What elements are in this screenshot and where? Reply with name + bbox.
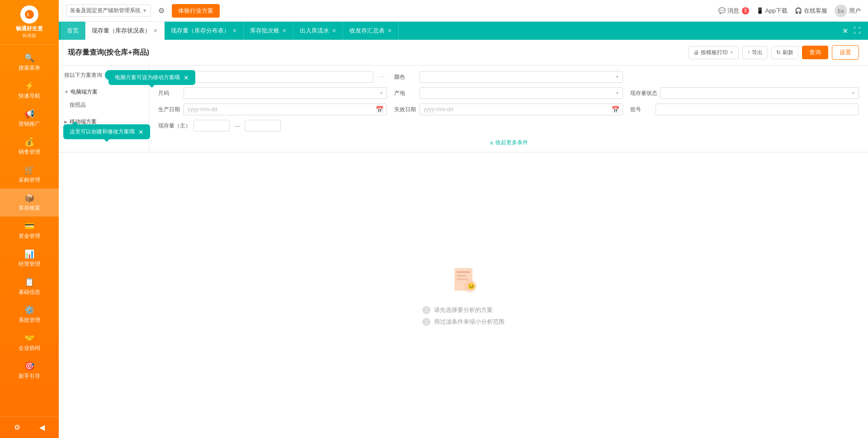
- message-btn[interactable]: 💬 消息 9: [718, 7, 749, 15]
- step-2-text: 用过滤条件来缩小分析范围: [434, 318, 505, 326]
- marketing-icon: 📢: [24, 109, 34, 119]
- sidebar-item-purchase[interactable]: 🛒 采购管理: [0, 160, 59, 188]
- sidebar-item-sales[interactable]: 💰 销售管理: [0, 132, 59, 160]
- scheme-group-pc-header[interactable]: ▼ 电脑端方案: [59, 85, 149, 99]
- sidebar-item-operation[interactable]: 📊 经营管理: [0, 245, 59, 273]
- sidebar-item-search[interactable]: 🔍 搜索菜单: [0, 48, 59, 76]
- stock-status-label: 现存量状态: [630, 89, 657, 97]
- content-actions: 🖨 按模板打印 ▼ ↑ 导出 ↻ 刷新 查询 设置: [689, 45, 859, 65]
- tab-inventory-status-label: 现存量（库存状况表）: [92, 27, 151, 35]
- topbar-left: 装备及固定资产辅助管理系统 ▼ ⚙ 体验行业方案: [66, 4, 220, 18]
- query-button[interactable]: 查询: [802, 46, 828, 59]
- prod-date-input[interactable]: [184, 104, 387, 115]
- tab-close-inventory-status[interactable]: ✕: [153, 28, 158, 34]
- svg-point-0: [25, 10, 34, 19]
- scheme-header-label: 按以下方案查询: [64, 71, 102, 79]
- chevron-down-print-icon: ▼: [730, 50, 734, 55]
- tab-close-inventory-dist[interactable]: ✕: [232, 28, 237, 34]
- svg-rect-5: [457, 278, 468, 280]
- origin-select[interactable]: [420, 87, 623, 99]
- online-support-btn[interactable]: 🎧 在线客服: [795, 7, 827, 15]
- batch-no-input[interactable]: [656, 104, 859, 115]
- quick-icon: ⚡: [24, 81, 34, 91]
- scheme-group-pc: ▼ 电脑端方案 按照品: [59, 84, 149, 113]
- sidebar-item-basic[interactable]: 📋 基础信息: [0, 273, 59, 301]
- stock-main-input[interactable]: [193, 120, 230, 132]
- refresh-icon: ↻: [776, 49, 781, 56]
- export-btn[interactable]: ↑ 导出: [742, 46, 768, 59]
- sidebar-label-guide: 新手引导: [19, 372, 40, 380]
- create-scheme-tooltip: 这里可以创建和修改方案哦 ✕: [63, 124, 150, 139]
- guide-icon: 🎯: [24, 361, 34, 371]
- phone-icon: 📱: [756, 7, 764, 14]
- settings-bottom-btn[interactable]: ⚙: [12, 421, 22, 433]
- logo-icon: 6: [20, 5, 38, 24]
- message-icon: 💬: [718, 7, 726, 14]
- export-icon: ↑: [747, 49, 750, 56]
- goods-dots-btn[interactable]: ···: [376, 73, 387, 81]
- tab-batch-account[interactable]: 库存批次账 ✕: [244, 22, 293, 40]
- tab-recv-summary[interactable]: 收发存汇总表 ✕: [343, 22, 399, 40]
- tabbar: 首页 现存量（库存状况表） ✕ 现存量（库存分布表） ✕ 库存批次账 ✕ 出入库…: [59, 22, 868, 40]
- operation-icon: 📊: [24, 249, 34, 259]
- filter-field-origin: 产地: [394, 87, 623, 99]
- sidebar-item-inventory[interactable]: 📦 库存核算: [0, 188, 59, 217]
- fullscreen-btn[interactable]: ⛶: [852, 25, 863, 37]
- goods-input[interactable]: [184, 71, 373, 83]
- sidebar-item-quick[interactable]: ⚡ 快速导航: [0, 76, 59, 104]
- sidebar-item-marketing[interactable]: 📢 营销推广: [0, 104, 59, 132]
- step-1-text: 请先选择要分析的方案: [434, 306, 493, 314]
- size-select[interactable]: [184, 87, 387, 99]
- page-title: 现存量查询(按仓库+商品): [68, 48, 149, 63]
- system-selector[interactable]: 装备及固定资产辅助管理系统 ▼: [66, 5, 151, 17]
- batch-no-label: 批号: [630, 106, 653, 113]
- create-tooltip-text: 这里可以创建和修改方案哦: [70, 128, 135, 136]
- tab-close-recv-summary[interactable]: ✕: [387, 28, 392, 34]
- settings-gear-btn[interactable]: ⚙: [155, 4, 168, 18]
- enterprise-icon: 🤝: [24, 333, 34, 343]
- stock-status-select[interactable]: [660, 87, 859, 99]
- tab-inventory-dist[interactable]: 现存量（库存分布表） ✕: [165, 22, 244, 40]
- collapse-more-btn[interactable]: ∧ 收起更多条件: [490, 139, 528, 146]
- close-all-tabs-btn[interactable]: ✕: [840, 25, 850, 37]
- stock-main-input-end[interactable]: [245, 120, 281, 132]
- sidebar-item-finance[interactable]: 💳 资金管理: [0, 217, 59, 245]
- sidebar: 6 畅通好生意 标准版 🔍 搜索菜单 ⚡ 快速导航 📢 营销推广 💰 销售管理 …: [0, 0, 59, 438]
- filter-field-stock-main: 现存量（主） —: [158, 120, 387, 132]
- template-print-btn[interactable]: 🖨 按模板打印 ▼: [689, 46, 739, 59]
- scheme-item-by-goods[interactable]: 按照品: [59, 99, 149, 112]
- tab-close-inout-flow[interactable]: ✕: [332, 28, 336, 34]
- sidebar-item-enterprise[interactable]: 🤝 企业协同: [0, 329, 59, 357]
- tab-inout-flow[interactable]: 出入库流水 ✕: [293, 22, 343, 40]
- svg-text:6: 6: [27, 12, 29, 17]
- sidebar-label-quick: 快速导航: [19, 92, 40, 100]
- filter-field-size: 尺码: [158, 87, 387, 99]
- expiry-date-input[interactable]: [420, 104, 623, 115]
- scheme-tooltip-close-btn[interactable]: ✕: [184, 74, 189, 81]
- tab-inout-flow-label: 出入库流水: [300, 27, 329, 35]
- refresh-btn[interactable]: ↻ 刷新: [771, 46, 798, 59]
- scheme-tooltip: 电脑方案可设为移动方案哦 ✕: [108, 70, 195, 85]
- collapse-row: ∧ 收起更多条件: [158, 136, 859, 146]
- sidebar-item-guide[interactable]: 🎯 新手引导: [0, 357, 59, 385]
- tab-inventory-status[interactable]: 现存量（库存状况表） ✕: [85, 22, 165, 40]
- sidebar-label-operation: 经营管理: [19, 260, 40, 268]
- industry-solution-btn[interactable]: 体验行业方案: [172, 4, 220, 18]
- chevron-down-icon: ▼: [142, 8, 147, 13]
- tab-home[interactable]: 首页: [61, 22, 85, 40]
- empty-illustration: 😐: [445, 261, 481, 299]
- chevron-up-icon: ∧: [490, 140, 494, 146]
- app-download-btn[interactable]: 📱 App下载: [756, 7, 788, 15]
- origin-label: 产地: [394, 89, 417, 97]
- collapse-sidebar-btn[interactable]: ◀: [38, 421, 47, 433]
- tab-close-batch-account[interactable]: ✕: [282, 28, 287, 34]
- sidebar-label-marketing: 营销推广: [19, 120, 40, 128]
- color-select[interactable]: [420, 71, 623, 83]
- create-tooltip-close-btn[interactable]: ✕: [138, 128, 144, 136]
- user-area[interactable]: Ea 用户: [835, 5, 861, 17]
- sidebar-item-system[interactable]: ⚙️ 系统管理: [0, 301, 59, 329]
- basic-icon: 📋: [24, 277, 34, 287]
- chevron-right-icon: ▼: [64, 89, 69, 94]
- sidebar-label-system: 系统管理: [19, 316, 40, 324]
- reset-button[interactable]: 设置: [832, 45, 859, 60]
